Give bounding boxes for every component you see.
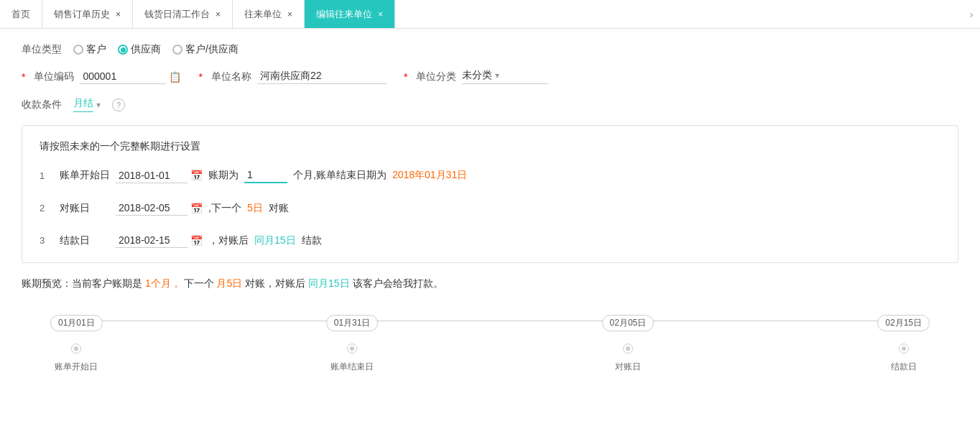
preview-section: 账期预览：当前客户账期是 1个月， 下一个 月5日 对账，对账后 同月15日 该…: [22, 277, 958, 290]
unit-code-input[interactable]: [80, 69, 166, 84]
reconcile-day: 5日: [247, 202, 263, 215]
period-end-date: 2018年01月31日: [392, 169, 467, 182]
help-icon[interactable]: ?: [112, 98, 125, 111]
unit-type-row: 单位类型 客户 供应商 客户/供应商: [22, 43, 958, 56]
radio-customer-label: 客户: [86, 43, 106, 56]
payment-terms-dropdown-arrow: ▾: [96, 100, 101, 110]
tab-edit-partner-close[interactable]: ×: [378, 9, 383, 19]
reconcile-date-calendar-icon[interactable]: 📅: [190, 203, 203, 214]
payment-date-input-group: 📅: [116, 233, 203, 248]
unit-name-input[interactable]: [257, 69, 387, 84]
unit-category-star: *: [404, 71, 407, 83]
tab-partner-label: 往来单位: [244, 8, 282, 21]
radio-customer[interactable]: 客户: [73, 43, 106, 56]
timeline-container: 01月01日 账单开始日 01月31日 账单结束日 02月05日 对账日 02月…: [22, 308, 958, 387]
reconcile-prefix: ,下一个: [208, 202, 241, 215]
tab-cash-work[interactable]: 钱货日清工作台 ×: [133, 0, 233, 28]
timeline-label-1: 账单开始日: [55, 361, 98, 373]
row-num-2: 2: [40, 203, 54, 213]
timeline-label-2: 账单结束日: [330, 361, 374, 373]
unit-code-copy-icon[interactable]: 📋: [169, 71, 181, 83]
payment-prefix: ，对账后: [208, 234, 249, 247]
timeline-dot-4: [899, 344, 909, 354]
tab-cash-work-label: 钱货日清工作台: [144, 8, 210, 21]
unit-code-group: * 单位编码 📋: [22, 69, 181, 84]
timeline-date-4: 02月15日: [877, 315, 930, 331]
payment-terms-row: 收款条件 月结 ▾ ?: [22, 97, 958, 112]
preview-reconcile-suffix: 对账，对账后: [245, 277, 305, 289]
radio-supplier-label: 供应商: [131, 43, 161, 56]
preview-reconcile-day: 月5日: [216, 277, 242, 289]
timeline-label-3: 对账日: [615, 361, 641, 373]
tabs-bar: 首页 销售订单历史 × 钱货日清工作台 × 往来单位 × 编辑往来单位 × ›: [0, 0, 980, 29]
radio-both[interactable]: 客户/供应商: [172, 43, 239, 56]
tab-scroll-right[interactable]: ›: [963, 9, 980, 20]
tab-sales-history[interactable]: 销售订单历史 ×: [42, 0, 133, 28]
settings-title: 请按照未来的一个完整帐期进行设置: [40, 140, 940, 153]
payment-date-calendar-icon[interactable]: 📅: [190, 235, 203, 247]
radio-supplier[interactable]: 供应商: [118, 43, 161, 56]
payment-terms-value: 月结: [73, 97, 93, 112]
row-num-1: 1: [40, 170, 54, 181]
tab-home-label: 首页: [11, 8, 30, 21]
tab-edit-partner-label: 编辑往来单位: [316, 8, 372, 21]
unit-category-group: * 单位分类 未分类 ▾: [404, 69, 548, 84]
timeline-dot-2: [347, 344, 357, 354]
tab-cash-work-close[interactable]: ×: [216, 9, 221, 19]
period-suffix: 个月,账单结束日期为: [293, 169, 387, 182]
payment-date-input[interactable]: [116, 233, 188, 248]
tab-partner-close[interactable]: ×: [287, 9, 292, 19]
preview-period: 1个月，: [145, 277, 181, 289]
category-value: 未分类: [462, 69, 492, 82]
start-date-calendar-icon[interactable]: 📅: [190, 170, 203, 181]
radio-both-circle: [172, 45, 182, 55]
row-label-2: 对账日: [60, 202, 110, 215]
tab-partner[interactable]: 往来单位 ×: [233, 0, 305, 28]
timeline-dot-1: [71, 344, 81, 354]
unit-name-group: * 单位名称: [198, 69, 386, 84]
unit-category-label: 单位分类: [416, 70, 456, 83]
unit-type-label: 单位类型: [22, 43, 62, 56]
row-num-3: 3: [40, 235, 54, 246]
setting-row-3: 3 结款日 📅 ，对账后 同月15日 结款: [40, 233, 940, 248]
timeline-point-3: 02月05日 对账日: [602, 315, 655, 373]
start-date-input[interactable]: [116, 168, 188, 183]
period-label: 账期为: [208, 169, 239, 182]
preview-reconcile-prefix: 下一个: [184, 277, 214, 289]
preview-payment-suffix: 该客户会给我打款。: [353, 277, 443, 289]
setting-row-1: 1 账单开始日 📅 账期为 个月,账单结束日期为 2018年01月31日: [40, 167, 940, 183]
unit-code-input-group: 📋: [80, 69, 181, 84]
timeline-point-4: 02月15日 结款日: [877, 315, 930, 373]
timeline-date-3: 02月05日: [602, 315, 655, 331]
unit-code-label: 单位编码: [34, 70, 74, 83]
timeline-label-4: 结款日: [891, 361, 917, 373]
category-dropdown-arrow: ▾: [495, 70, 499, 80]
timeline-point-1: 01月01日 账单开始日: [50, 315, 103, 373]
reconcile-suffix: 对账: [269, 202, 289, 215]
timeline-date-2: 01月31日: [326, 315, 379, 331]
category-select-area[interactable]: 未分类 ▾: [462, 69, 548, 84]
row-label-3: 结款日: [60, 234, 110, 247]
start-date-input-group: 📅: [116, 168, 203, 183]
radio-supplier-circle: [118, 45, 128, 55]
tab-home[interactable]: 首页: [0, 0, 42, 28]
unit-name-star: *: [198, 71, 202, 83]
tab-sales-history-close[interactable]: ×: [116, 9, 121, 19]
settings-box: 请按照未来的一个完整帐期进行设置 1 账单开始日 📅 账期为 个月,账单结束日期…: [22, 125, 958, 263]
radio-both-label: 客户/供应商: [185, 43, 239, 56]
preview-label: 账期预览：当前客户账期是: [22, 277, 142, 289]
main-content: 单位类型 客户 供应商 客户/供应商 * 单位编码 📋: [0, 29, 980, 437]
timeline-dot-3: [623, 344, 633, 354]
payment-terms-select[interactable]: 月结 ▾: [73, 97, 101, 112]
reconcile-date-input[interactable]: [116, 201, 188, 216]
unit-info-row: * 单位编码 📋 * 单位名称 * 单位分类 未分类 ▾: [22, 69, 958, 84]
preview-payment-day: 同月15日: [308, 277, 350, 289]
unit-type-radio-group: 客户 供应商 客户/供应商: [73, 43, 239, 56]
setting-row-2: 2 对账日 📅 ,下一个 5日 对账: [40, 201, 940, 216]
unit-name-label: 单位名称: [211, 70, 251, 83]
timeline-dots: 01月01日 账单开始日 01月31日 账单结束日 02月05日 对账日 02月…: [22, 315, 958, 373]
period-input[interactable]: [244, 167, 287, 183]
row-label-1: 账单开始日: [60, 169, 110, 182]
unit-category-select[interactable]: 未分类 ▾: [462, 69, 548, 84]
tab-edit-partner[interactable]: 编辑往来单位 ×: [305, 0, 395, 28]
